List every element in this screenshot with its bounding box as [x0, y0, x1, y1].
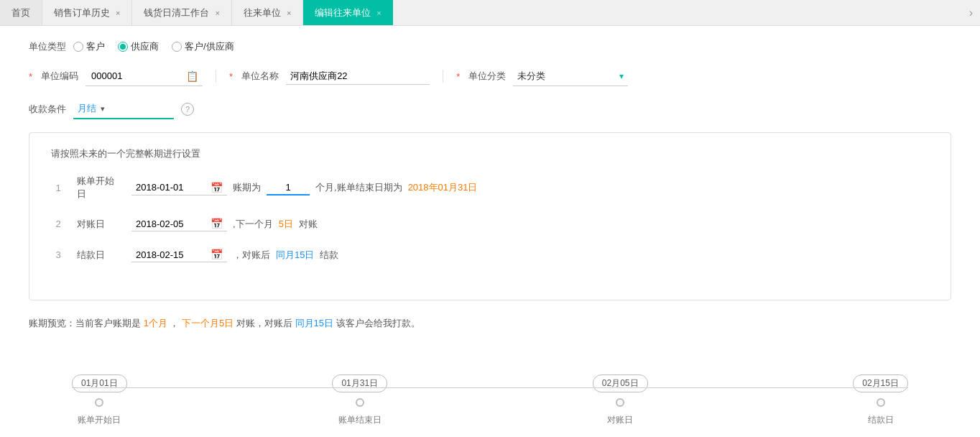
radio-both-circle [172, 42, 182, 52]
preview-section: 账期预览：当前客户账期是 1个月 ， 下一个月5日 对账，对账后 同月15日 该… [29, 315, 951, 331]
radio-supplier[interactable]: 供应商 [118, 40, 159, 53]
unit-type-row: 单位类型 客户 供应商 客户/供应商 [29, 40, 951, 53]
timeline-label-1: 01月01日 [72, 374, 127, 392]
timeline-points: 01月01日 账单开始日 01月31日 账单结束日 02月05日 对账日 [72, 374, 908, 426]
payment-row: 收款条件 月结 ▾ ? [29, 99, 951, 119]
row-num-3: 3 [51, 249, 65, 260]
unit-category-select[interactable]: 未分类 ▾ [513, 67, 628, 86]
preview-suffix: 该客户会给我打款。 [336, 318, 420, 328]
setting-row-1: 1 账单开始日 📅 账期为 个月,账单结束日期为 2018年01月31日 [51, 175, 929, 201]
payment-date-wrapper: 📅 [131, 247, 227, 262]
period-month-label: 个月,账单结束日期为 [315, 181, 402, 194]
timeline-dot-1 [95, 398, 103, 407]
timeline-sublabel-4: 结款日 [868, 414, 894, 426]
payment-date-input[interactable] [136, 249, 208, 260]
row-content-3: 📅 ，对账后 同月15日 结款 [131, 247, 929, 262]
timeline-sublabel-3: 对账日 [607, 414, 633, 426]
timeline-point-1: 01月01日 账单开始日 [72, 374, 127, 426]
timeline-line [72, 387, 908, 388]
timeline-label-4: 02月15日 [853, 374, 908, 392]
radio-both[interactable]: 客户/供应商 [172, 40, 234, 53]
timeline-dot-3 [616, 398, 624, 407]
timeline-sublabel-2: 账单结束日 [338, 414, 382, 426]
timeline-dot-2 [356, 398, 364, 407]
tab-sales-history[interactable]: 销售订单历史 × [42, 0, 132, 25]
row-content-2: 📅 ,下一个月 5日 对账 [131, 216, 929, 231]
radio-customer[interactable]: 客户 [73, 40, 105, 53]
row-label-3: 结款日 [77, 249, 120, 262]
tab-home[interactable]: 首页 [0, 0, 42, 25]
row-num-2: 2 [51, 218, 65, 229]
tab-partner-unit[interactable]: 往来单位 × [232, 0, 303, 25]
tab-cash-work-close[interactable]: × [215, 9, 219, 17]
reconcile-date-input[interactable] [136, 218, 208, 229]
unit-type-radio-group: 客户 供应商 客户/供应商 [73, 40, 234, 53]
setting-row-2: 2 对账日 📅 ,下一个月 5日 对账 [51, 216, 929, 231]
tab-edit-partner-close[interactable]: × [376, 9, 381, 17]
start-date-input[interactable] [136, 182, 208, 193]
tab-bar: 首页 销售订单历史 × 钱货日清工作台 × 往来单位 × 编辑往来单位 × › [0, 0, 980, 26]
unit-type-label: 单位类型 [29, 40, 66, 53]
reconcile-date-calendar-icon[interactable]: 📅 [211, 218, 223, 229]
main-content: 单位类型 客户 供应商 客户/供应商 * 单位编码 📋 * 单位名称 [0, 26, 980, 437]
payment-help-icon[interactable]: ? [181, 103, 194, 116]
unit-name-label: 单位名称 [241, 70, 279, 83]
period-input[interactable] [267, 180, 310, 196]
row-label-1: 账单开始日 [77, 175, 120, 201]
unit-category-value: 未分类 [517, 70, 614, 83]
reconcile-suffix-post: 对账 [299, 218, 318, 231]
unit-name-required: * [229, 71, 233, 82]
timeline-point-2: 01月31日 账单结束日 [332, 374, 387, 426]
unit-code-icon[interactable]: 📋 [186, 70, 198, 82]
unit-code-required: * [29, 71, 32, 82]
row-content-1: 📅 账期为 个月,账单结束日期为 2018年01月31日 [131, 180, 929, 196]
settings-title: 请按照未来的一个完整帐期进行设置 [51, 147, 929, 160]
timeline-label-2: 01月31日 [332, 374, 387, 392]
period-suffix-label: 账期为 [233, 181, 261, 194]
radio-supplier-label: 供应商 [131, 40, 159, 53]
unit-name-input[interactable] [286, 68, 430, 85]
reconcile-suffix-pre: ,下一个月 [233, 218, 273, 231]
tab-sales-history-close[interactable]: × [116, 9, 120, 17]
unit-code-label: 单位编码 [41, 70, 78, 83]
tab-partner-unit-label: 往来单位 [244, 6, 281, 19]
reconcile-day-highlight: 5日 [279, 218, 293, 231]
tab-sales-history-label: 销售订单历史 [54, 6, 110, 19]
timeline-label-3: 02月05日 [593, 374, 648, 392]
preview-part1: 1个月 [144, 318, 167, 328]
payment-label: 收款条件 [29, 103, 66, 116]
payment-suffix-pre: ，对账后 [233, 249, 270, 262]
tab-cash-work[interactable]: 钱货日清工作台 × [132, 0, 231, 25]
unit-info-row: * 单位编码 📋 * 单位名称 * 单位分类 未分类 ▾ [29, 66, 951, 86]
unit-code-input-wrapper: 📋 [85, 66, 203, 86]
unit-cat-required: * [456, 71, 460, 82]
tab-edit-partner-label: 编辑往来单位 [315, 6, 371, 19]
tab-home-label: 首页 [11, 6, 30, 19]
timeline-section: 01月01日 账单开始日 01月31日 账单结束日 02月05日 对账日 [29, 353, 951, 437]
payment-select[interactable]: 月结 ▾ [73, 99, 174, 119]
radio-both-label: 客户/供应商 [185, 40, 234, 53]
preview-part2: 下一个月5日 [182, 318, 234, 328]
start-date-calendar-icon[interactable]: 📅 [211, 182, 223, 193]
reconcile-date-wrapper: 📅 [131, 216, 227, 231]
timeline-point-4: 02月15日 结款日 [853, 374, 908, 426]
preview-sep1: ， [170, 318, 179, 328]
timeline-dot-4 [877, 398, 885, 407]
unit-code-input[interactable] [90, 68, 183, 84]
payment-suffix-post: 结款 [320, 249, 338, 262]
tab-cash-work-label: 钱货日清工作台 [144, 6, 209, 19]
row-num-1: 1 [51, 183, 65, 193]
tab-edit-partner[interactable]: 编辑往来单位 × [303, 0, 392, 25]
payment-day-highlight: 同月15日 [276, 249, 314, 262]
preview-prefix: 账期预览：当前客户账期是 [29, 318, 141, 328]
timeline-sublabel-1: 账单开始日 [78, 414, 121, 426]
start-date-input-wrapper: 📅 [131, 180, 227, 196]
radio-supplier-circle [118, 42, 128, 52]
row-label-2: 对账日 [77, 218, 120, 231]
radio-customer-circle [73, 42, 83, 52]
tabs-scroll-right[interactable]: › [962, 0, 980, 25]
payment-value: 月结 [78, 102, 96, 115]
tab-partner-unit-close[interactable]: × [287, 9, 291, 17]
divider2 [443, 70, 443, 83]
payment-date-calendar-icon[interactable]: 📅 [211, 249, 223, 260]
